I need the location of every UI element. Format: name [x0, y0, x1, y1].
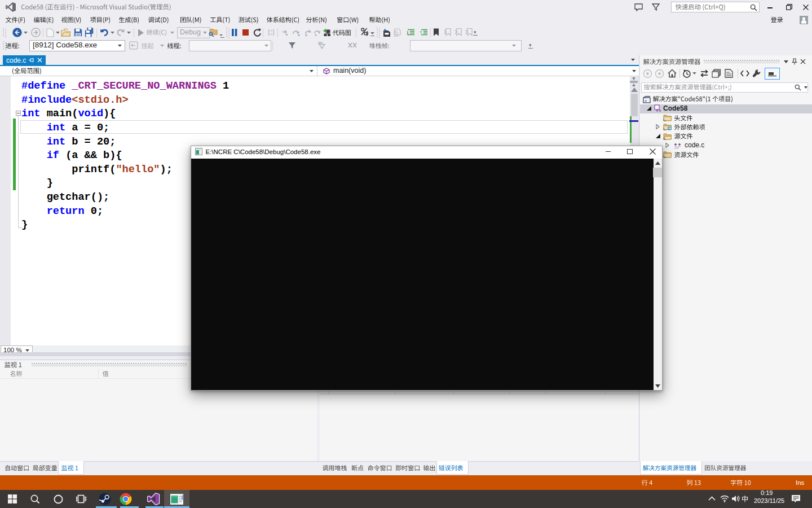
svg-text:?: ?: [420, 30, 422, 35]
